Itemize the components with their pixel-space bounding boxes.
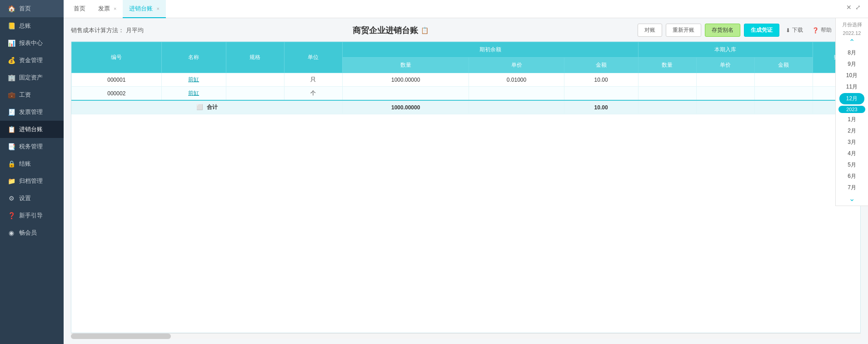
col-in-price: 单价: [696, 58, 754, 73]
month-scroll-up[interactable]: ⌃: [848, 37, 856, 47]
sidebar-item-assets[interactable]: 🏢 固定资产: [0, 69, 64, 86]
table-row: 000001 前缸 只 1000.00000 0.01000 10.00: [72, 73, 860, 87]
cell-opening-price: 0.01000: [469, 73, 564, 87]
reports-icon: 📊: [7, 39, 15, 47]
total-in-qty: [638, 100, 696, 114]
sidebar-item-tax[interactable]: 📑 税务管理: [0, 138, 64, 155]
help-icon: ❓: [812, 27, 819, 34]
month-item-2[interactable]: 2月: [836, 125, 868, 137]
tab-purchase-sale-label: 进销台账: [129, 5, 153, 13]
sidebar-item-settings[interactable]: ⚙ 设置: [0, 190, 64, 207]
sidebar-item-label: 税务管理: [19, 143, 43, 151]
tab-invoice[interactable]: 发票 ×: [92, 0, 123, 18]
toolbar: 对账 重新开账 存货别名 生成凭证 ⬇ 下载 ❓ 帮助 ↻ 刷新: [638, 24, 861, 37]
month-item-5[interactable]: 5月: [836, 159, 868, 171]
sidebar-item-label: 报表中心: [19, 39, 43, 47]
month-selector-panel: 月份选择 2022.12 ⌃ 8月 9月 10月 11月 12月 2023 1月…: [835, 18, 868, 206]
reopen-button[interactable]: 重新开账: [666, 24, 701, 37]
tax-icon: 📑: [7, 143, 15, 150]
name-link[interactable]: 前缸: [188, 90, 199, 96]
month-scroll-down[interactable]: ⌄: [848, 193, 856, 204]
title-text: 商贸企业进销台账: [353, 25, 418, 36]
window-close-button[interactable]: ✕: [846, 4, 852, 11]
month-item-1[interactable]: 1月: [836, 114, 868, 125]
col-id: 编号: [72, 42, 162, 73]
cell-in-amount: [754, 73, 813, 87]
total-icon: ⬜: [196, 104, 203, 110]
sidebar-item-label: 首页: [19, 5, 31, 13]
col-name: 名称: [161, 42, 226, 73]
generate-voucher-button[interactable]: 生成凭证: [744, 24, 779, 37]
help-button[interactable]: ❓ 帮助: [809, 25, 834, 36]
horizontal-scrollbar[interactable]: [71, 333, 861, 339]
month-item-3[interactable]: 3月: [836, 137, 868, 148]
assets-icon: 🏢: [7, 74, 15, 81]
month-item-4[interactable]: 4月: [836, 148, 868, 159]
main-area: 首页 发票 × 进销台账 × ✕ ⤢ 销售成本计算方法： 月平均 商贸企业进销台…: [64, 0, 868, 344]
download-button[interactable]: ⬇ 下载: [783, 25, 806, 36]
col-spec: 规格: [226, 42, 284, 73]
scroll-thumb[interactable]: [71, 334, 171, 339]
col-in-amount: 金额: [754, 58, 813, 73]
month-item-12[interactable]: 12月: [839, 93, 864, 104]
sidebar-item-funds[interactable]: 💰 资金管理: [0, 52, 64, 69]
total-in-price: [696, 100, 754, 114]
cell-id: 000001: [72, 73, 162, 87]
cell-in-qty: [638, 73, 696, 87]
total-row: ⬜ 合计 1000.00000 10.00: [72, 100, 860, 114]
guide-icon: ❓: [7, 212, 15, 219]
cell-unit: 个: [284, 87, 342, 101]
tab-invoice-close[interactable]: ×: [114, 6, 116, 11]
tab-bar: 首页 发票 × 进销台账 × ✕ ⤢: [64, 0, 868, 18]
month-selector-title: 月份选择: [840, 20, 864, 29]
settings-icon: ⚙: [7, 195, 15, 202]
sidebar-item-label: 畅会员: [19, 229, 37, 237]
sidebar-item-label: 资金管理: [19, 56, 43, 64]
sidebar-item-wages[interactable]: 💼 工资: [0, 86, 64, 103]
month-item-9[interactable]: 9月: [836, 59, 868, 70]
tab-invoice-label: 发票: [98, 5, 110, 13]
cell-spec: [226, 73, 284, 87]
save-alias-button[interactable]: 存货别名: [705, 24, 740, 37]
cell-in-price: [696, 73, 754, 87]
name-link[interactable]: 前缸: [188, 76, 199, 83]
col-opening-qty: 数量: [342, 58, 469, 73]
sidebar-item-guide[interactable]: ❓ 新手引导: [0, 207, 64, 224]
col-opening-amount: 金额: [564, 58, 638, 73]
tab-home[interactable]: 首页: [67, 0, 92, 18]
month-item-10[interactable]: 10月: [836, 70, 868, 81]
total-in-amount: [754, 100, 813, 114]
sidebar-item-member[interactable]: ◉ 畅会员: [0, 224, 64, 241]
reconcile-button[interactable]: 对账: [638, 24, 662, 37]
sidebar-item-label: 工资: [19, 91, 31, 99]
month-item-6[interactable]: 6月: [836, 171, 868, 182]
sidebar-item-close[interactable]: 🔒 结账: [0, 155, 64, 172]
archive-icon: 📁: [7, 177, 15, 185]
tab-purchase-sale-close[interactable]: ×: [156, 6, 159, 11]
cell-name: 前缸: [161, 73, 226, 87]
cell-opening-qty: [342, 87, 469, 101]
cell-spec: [226, 87, 284, 101]
total-opening-amount: 10.00: [564, 100, 638, 114]
tab-purchase-sale[interactable]: 进销台账 ×: [123, 0, 165, 18]
month-item-8[interactable]: 8月: [836, 47, 868, 59]
sidebar-item-label: 设置: [19, 194, 31, 202]
sidebar-item-ledger[interactable]: 📒 总账: [0, 17, 64, 34]
sidebar-item-reports[interactable]: 📊 报表中心: [0, 34, 64, 52]
cell-in-amount: [754, 87, 813, 101]
total-opening-qty: 1000.00000: [342, 100, 469, 114]
sidebar-item-invoice-mgmt[interactable]: 🧾 发票管理: [0, 103, 64, 121]
sidebar-item-archive[interactable]: 📁 归档管理: [0, 172, 64, 190]
sidebar-item-purchase-sale[interactable]: 📋 进销台账: [0, 121, 64, 138]
sidebar-item-home[interactable]: 🏠 首页: [0, 0, 64, 17]
cell-unit: 只: [284, 73, 342, 87]
invoice-mgmt-icon: 🧾: [7, 108, 15, 116]
table-header-row: 编号 名称 规格 单位 期初余额 本期入库 数: [72, 42, 860, 58]
cell-opening-price: [469, 87, 564, 101]
wages-icon: 💼: [7, 91, 15, 98]
top-bar: 销售成本计算方法： 月平均 商贸企业进销台账 📋 对账 重新开账 存货别名 生成…: [71, 24, 861, 37]
month-item-7[interactable]: 7月: [836, 182, 868, 193]
month-item-11[interactable]: 11月: [836, 81, 868, 93]
table-row: 000002 前缸 个: [72, 87, 860, 101]
window-maximize-button[interactable]: ⤢: [855, 4, 861, 11]
